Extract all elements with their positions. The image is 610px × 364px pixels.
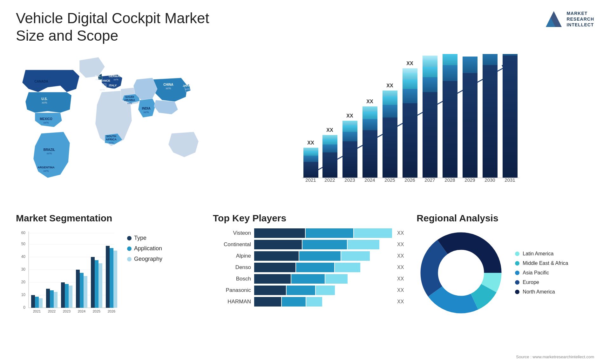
- legend-dot-type: [127, 236, 132, 240]
- segmentation-section: Market Segmentation 0 10 20 30: [16, 210, 200, 324]
- legend-application: Application: [127, 245, 162, 252]
- svg-rect-122: [65, 284, 69, 308]
- svg-rect-51: [342, 121, 357, 125]
- player-name-panasonic: Panasonic: [213, 287, 251, 293]
- svg-text:SPAIN: SPAIN: [98, 85, 107, 88]
- players-list: Visteon XX Continental: [213, 228, 404, 307]
- svg-rect-36: [303, 162, 318, 178]
- svg-text:AFRICA: AFRICA: [106, 138, 117, 141]
- svg-rect-130: [95, 260, 98, 308]
- seg-chart-area: 0 10 20 30 40 50 60: [16, 228, 200, 320]
- bar-seg-mid: [282, 297, 306, 307]
- svg-rect-121: [61, 282, 65, 308]
- player-row-alpine: Alpine XX: [213, 251, 404, 261]
- svg-text:U.S.: U.S.: [41, 97, 48, 101]
- svg-rect-81: [443, 65, 458, 81]
- player-bar-alpine: [254, 251, 392, 261]
- bottom-section: Market Segmentation 0 10 20 30: [16, 210, 594, 324]
- bar-seg-light: [354, 228, 392, 238]
- bar-seg-mid: [302, 240, 347, 249]
- svg-rect-54: [363, 130, 377, 178]
- dot-latin-america: [515, 252, 519, 256]
- bar-seg-dark: [254, 297, 281, 307]
- svg-text:xx%: xx%: [185, 88, 190, 91]
- label-asia-pacific: Asia Pacific: [523, 270, 549, 276]
- svg-text:ARABIA: ARABIA: [124, 98, 135, 102]
- svg-rect-37: [303, 156, 318, 162]
- player-row-denso: Denso XX: [213, 263, 404, 272]
- legend-label-geography: Geography: [134, 256, 162, 262]
- svg-rect-80: [443, 81, 458, 178]
- svg-text:2025: 2025: [93, 309, 100, 313]
- svg-rect-94: [503, 54, 518, 56]
- svg-rect-69: [403, 73, 417, 79]
- svg-text:FRANCE: FRANCE: [98, 79, 110, 82]
- svg-text:xx%: xx%: [166, 87, 171, 90]
- legend-dot-application: [127, 246, 132, 251]
- logo-box: MARKET RESEARCH INTELLECT: [544, 10, 594, 29]
- player-name-visteon: Visteon: [213, 230, 251, 236]
- svg-rect-86: [463, 57, 478, 73]
- svg-text:INDIA: INDIA: [142, 107, 150, 110]
- svg-rect-114: [35, 297, 39, 308]
- bar-seg-mid: [291, 274, 325, 284]
- seg-chart: 0 10 20 30 40 50 60: [16, 228, 118, 320]
- player-row-continental: Continental XX: [213, 240, 404, 249]
- svg-text:GERMANY: GERMANY: [109, 75, 123, 78]
- svg-text:2021: 2021: [33, 309, 41, 313]
- svg-text:0: 0: [23, 305, 25, 310]
- svg-text:30: 30: [21, 267, 26, 272]
- svg-rect-68: [403, 79, 417, 89]
- svg-rect-125: [76, 270, 80, 308]
- svg-rect-74: [423, 77, 437, 92]
- svg-text:ARGENTINA: ARGENTINA: [37, 166, 55, 169]
- svg-rect-45: [322, 135, 337, 139]
- bar-seg-light: [325, 274, 348, 284]
- svg-rect-127: [84, 276, 87, 308]
- regional-title: Regional Analysis: [417, 213, 601, 224]
- dot-europe: [515, 280, 519, 285]
- player-xx-panasonic: XX: [397, 287, 404, 293]
- svg-rect-42: [322, 152, 337, 178]
- svg-rect-57: [363, 106, 377, 111]
- svg-rect-55: [363, 119, 377, 130]
- svg-text:SOUTH: SOUTH: [106, 135, 116, 138]
- bar-seg-light: [306, 297, 322, 307]
- bar-seg-mid: [287, 286, 315, 295]
- legend-label-type: Type: [134, 235, 146, 241]
- svg-text:xx%: xx%: [42, 101, 47, 104]
- player-xx-denso: XX: [397, 265, 404, 270]
- segmentation-title: Market Segmentation: [16, 213, 200, 224]
- svg-rect-75: [423, 67, 437, 77]
- bar-seg-dark: [254, 251, 299, 261]
- svg-rect-89: [483, 65, 498, 178]
- player-xx-alpine: XX: [397, 253, 404, 259]
- svg-rect-77: [423, 56, 437, 60]
- bar-seg-dark: [254, 228, 305, 238]
- svg-rect-134: [110, 248, 113, 308]
- svg-rect-133: [106, 246, 110, 308]
- reg-legend-middle-east: Middle East & Africa: [515, 260, 568, 266]
- svg-rect-67: [403, 89, 417, 103]
- svg-text:XX: XX: [346, 113, 353, 118]
- svg-rect-131: [98, 263, 102, 308]
- svg-rect-60: [383, 118, 397, 178]
- bar-seg-light: [348, 240, 379, 249]
- legend-label-application: Application: [134, 245, 162, 252]
- page: Vehicle Digital Cockpit Market Size and …: [0, 0, 610, 364]
- bar-seg-dark: [254, 263, 295, 272]
- svg-rect-90: [483, 54, 498, 65]
- player-xx-bosch: XX: [397, 276, 404, 282]
- svg-rect-50: [342, 125, 357, 132]
- svg-rect-119: [54, 292, 58, 308]
- player-bar-panasonic: [254, 286, 392, 295]
- svg-rect-44: [322, 139, 337, 145]
- svg-text:CANADA: CANADA: [34, 80, 48, 83]
- svg-rect-49: [342, 132, 357, 141]
- reg-legend-asia-pacific: Asia Pacific: [515, 270, 568, 276]
- legend-type: Type: [127, 235, 162, 241]
- svg-text:xx%: xx%: [43, 121, 49, 124]
- svg-text:2026: 2026: [108, 309, 115, 313]
- svg-text:xx%: xx%: [113, 78, 118, 81]
- svg-rect-48: [342, 141, 357, 178]
